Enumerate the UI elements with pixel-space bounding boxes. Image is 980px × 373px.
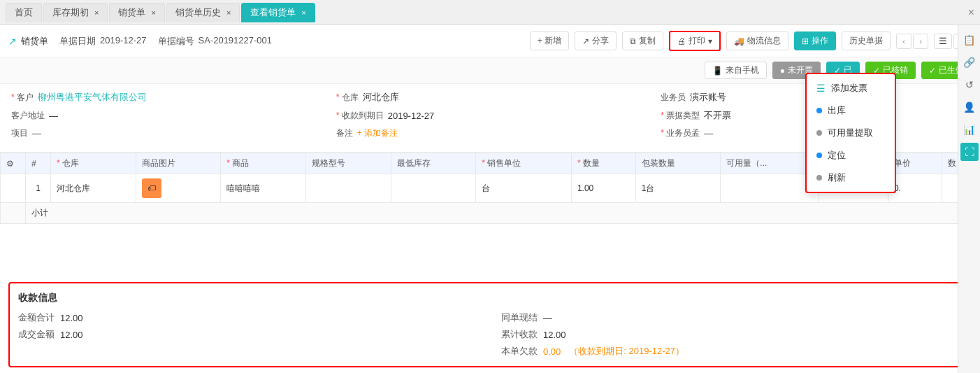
project-field: 项目 — (11, 127, 319, 139)
total-value: 12.00 (60, 313, 83, 323)
add-invoice-label: 添加发票 (831, 82, 867, 94)
deal-row: 成交金额 12.00 (18, 328, 479, 341)
sidebar-doc-icon[interactable]: 📋 (960, 31, 979, 49)
locate-dot (816, 153, 822, 158)
print-chevron-icon: ▾ (708, 36, 712, 46)
list-view-btn[interactable]: ☰ (934, 34, 952, 49)
customer-value[interactable]: 柳州粤港平安气体有限公司 (38, 91, 147, 104)
payment-right: 同单现结 — 累计收款 12.00 本单欠款 0.00 （收款到期日: 2019… (501, 311, 962, 358)
tab-sales-close[interactable]: × (151, 8, 155, 17)
doc-number-value: SA-20191227-001 (199, 35, 273, 48)
doc-date-value: 2019-12-27 (100, 35, 147, 48)
outbound-label: 出库 (828, 104, 846, 117)
row-pack-qty: 1台 (635, 174, 721, 203)
tab-sales-history-close[interactable]: × (226, 8, 231, 17)
cumulative-value: 12.00 (543, 330, 566, 340)
history-btn[interactable]: 历史单据 (842, 31, 891, 50)
tab-view-sales[interactable]: 查看销货单 × (241, 3, 315, 22)
row-settings (1, 174, 26, 203)
address-value: — (49, 111, 58, 121)
close-window-btn[interactable]: × (968, 6, 974, 19)
deal-label: 成交金额 (18, 328, 55, 341)
print-btn[interactable]: 🖨 打印 ▾ (669, 31, 721, 51)
total-row: 金额合计 12.00 (18, 311, 479, 324)
sidebar-expand-icon[interactable]: ⛶ (960, 143, 979, 161)
th-settings[interactable]: ⚙ (1, 153, 26, 174)
row-min-stock (391, 174, 476, 203)
tab-inventory-close[interactable]: × (94, 8, 99, 17)
share-icon: ↗ (582, 36, 589, 46)
due-date-label: 收款到期日 (336, 110, 384, 122)
copy-btn[interactable]: ⧉ 复制 (622, 31, 663, 50)
new-btn[interactable]: + 新增 (530, 31, 569, 50)
dropdown-outbound[interactable]: 出库 (807, 99, 895, 122)
dropdown-refresh[interactable]: 刷新 (807, 167, 895, 189)
operation-dropdown: ☰ 添加发票 出库 可用量提取 定位 刷新 (805, 73, 896, 193)
ticket-label: 票据类型 (661, 110, 700, 122)
tab-sales-history[interactable]: 销货单历史 × (166, 3, 240, 22)
subtotal-label: 小计 (26, 203, 980, 224)
same-order-row: 同单现结 — (501, 311, 962, 324)
sidebar-refresh-icon[interactable]: ↺ (960, 76, 979, 94)
ticket-value: 不开票 (704, 109, 731, 122)
add-note-btn[interactable]: + 添加备注 (357, 127, 398, 139)
sidebar-chart-icon[interactable]: 📊 (960, 120, 979, 139)
dropdown-locate[interactable]: 定位 (807, 144, 895, 167)
logistics-btn[interactable]: 🚚 物流信息 (726, 31, 788, 50)
th-num: # (26, 153, 51, 174)
payment-grid: 金额合计 12.00 成交金额 12.00 同单现结 — 累计收款 12.00 (18, 311, 962, 358)
th-product: * 商品 (221, 153, 306, 174)
operation-icon: ⊞ (802, 36, 809, 46)
warehouse-value: 河北仓库 (363, 91, 399, 104)
address-label: 客户地址 (11, 110, 45, 122)
doc-type-label: 销货单 (21, 35, 48, 48)
nav-arrows: ‹ › (896, 34, 928, 49)
sales-staff-value: — (704, 128, 713, 139)
row-unit: 台 (476, 174, 572, 203)
tab-sales[interactable]: 销货单 × (109, 3, 164, 22)
next-arrow[interactable]: › (913, 34, 928, 49)
due-date-field: 收款到期日 2019-12-27 (336, 110, 644, 122)
tab-inventory[interactable]: 库存期初 × (43, 3, 108, 22)
subtotal-row: 小计 (1, 203, 980, 224)
tab-home[interactable]: 首页 (6, 3, 42, 22)
staff-value: 演示账号 (690, 91, 726, 104)
copy-icon: ⧉ (630, 36, 636, 46)
outbound-dot (816, 108, 822, 113)
refresh-dot (816, 175, 822, 181)
same-order-label: 同单现结 (501, 311, 538, 324)
available-qty-dot (816, 130, 822, 136)
owed-label: 本单欠款 (501, 345, 538, 358)
th-available: 可用量（... (721, 153, 819, 174)
doc-title: ↗ 销货单 (8, 35, 48, 48)
th-qty: * 数量 (571, 153, 635, 174)
project-value: — (32, 128, 41, 139)
sidebar-user-icon[interactable]: 👤 (960, 98, 979, 116)
from-phone-btn[interactable]: 📱 来自手机 (705, 62, 767, 79)
tab-view-sales-close[interactable]: × (301, 8, 305, 17)
th-pack-qty: 包装数量 (635, 153, 721, 174)
row-num: 1 (26, 174, 51, 203)
dropdown-add-invoice[interactable]: ☰ 添加发票 (807, 77, 895, 99)
row-available (721, 174, 819, 203)
prev-arrow[interactable]: ‹ (896, 34, 911, 49)
available-qty-label: 可用量提取 (828, 127, 873, 139)
owed-value: 0.00 (543, 346, 561, 357)
share-btn[interactable]: ↗ 分享 (575, 31, 617, 50)
row-image: 🏷 (136, 174, 221, 203)
cumulative-label: 累计收款 (501, 328, 538, 341)
refresh-label: 刷新 (828, 171, 846, 184)
same-order-value: — (543, 313, 552, 323)
doc-date-label: 单据日期 (59, 35, 96, 48)
th-image: 商品图片 (136, 153, 221, 174)
project-label: 项目 (11, 127, 28, 139)
doc-actions: + 新增 ↗ 分享 ⧉ 复制 🖨 打印 ▾ 🚚 物流信息 ⊞ 操作 (530, 31, 972, 51)
customer-label: 客户 (11, 92, 34, 104)
sidebar-link-icon[interactable]: 🔗 (960, 53, 979, 71)
doc-header: ↗ 销货单 单据日期 2019-12-27 单据编号 SA-20191227-0… (0, 25, 980, 57)
not-open-icon: ● (780, 66, 785, 76)
row-product: 嘻嘻嘻嘻 (221, 174, 306, 203)
operation-btn[interactable]: ⊞ 操作 (794, 31, 836, 50)
doc-number-group: 单据编号 SA-20191227-001 (158, 35, 273, 48)
dropdown-available-qty[interactable]: 可用量提取 (807, 122, 895, 144)
